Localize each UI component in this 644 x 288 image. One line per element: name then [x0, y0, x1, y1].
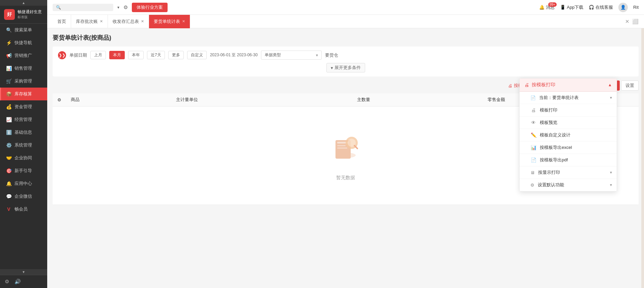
header-search-bar[interactable]: 🔍 [53, 4, 113, 11]
set-default-item[interactable]: ⚙ 设置默认功能 ▾ [520, 179, 617, 191]
date-btn-this-month[interactable]: 本月 [109, 51, 125, 59]
system-icon: ⚙️ [6, 142, 12, 148]
header-gear-icon[interactable]: ⚙ [123, 4, 128, 10]
sidebar-item-basic-label: 基础信息 [14, 129, 32, 135]
app-logo-icon: 好 [4, 9, 15, 20]
right-scrollbar[interactable] [641, 28, 644, 288]
sidebar-item-purchase-label: 采购管理 [14, 78, 32, 84]
app-name: 畅捷通好生意 [18, 9, 42, 15]
filter-bar: ❯❯ 单据日期 上月 本月 本年 近7天 更多 自定义 2023-06-01 至… [53, 46, 639, 76]
notification-btn[interactable]: 🔔 消息 99+ [539, 4, 555, 10]
sidebar-item-vip[interactable]: V 畅会员 [0, 203, 47, 216]
date-filter-label: 单据日期 [69, 52, 87, 58]
sidebar-item-finance[interactable]: 💰 资金管理 [0, 100, 47, 113]
tab-collection-summary[interactable]: 收发存汇总表 ✕ [108, 15, 149, 28]
user-avatar[interactable]: 👤 [618, 3, 628, 12]
sidebar-item-collab-label: 企业协同 [14, 155, 32, 161]
sidebar-item-system[interactable]: ⚙️ 系统管理 [0, 139, 47, 152]
sidebar-item-appstore[interactable]: 🔔 应用中心 [0, 177, 47, 190]
username-label[interactable]: Rit [633, 5, 639, 10]
set-default-icon: ⚙ [530, 183, 534, 188]
notif-badge: 99+ [548, 2, 557, 7]
sidebar-item-sales-label: 销售管理 [14, 65, 32, 71]
online-service-btn[interactable]: 🎧 在线客服 [589, 4, 613, 10]
page-title: 要货单统计表(按商品) [53, 34, 639, 42]
sidebar-item-sales[interactable]: 📊 销售管理 [0, 62, 47, 75]
order-type-label: 单据类型 [265, 52, 281, 58]
sidebar: ▲ 好 畅捷通好生意 标准版 🔍 搜索菜单 ⚡ 快捷导航 📢 营销推广 📊 销售… [0, 0, 47, 288]
basic-icon: ℹ️ [6, 130, 12, 135]
expand-conditions-btn[interactable]: ▾ 展开更多条件 [326, 63, 365, 72]
sidebar-item-basic[interactable]: ℹ️ 基础信息 [0, 126, 47, 139]
sidebar-item-inventory-label: 库存核算 [14, 91, 32, 97]
sidebar-item-wechat[interactable]: 💬 企业微信 [0, 190, 47, 203]
display-print-label: 按显示打印 [538, 169, 560, 175]
template-export-excel-item[interactable]: 📊 按模板导出excel [520, 141, 617, 154]
tab-home-label: 首页 [57, 19, 66, 25]
current-template-item[interactable]: 📄 当前：要货单统计表 ▾ [520, 92, 617, 104]
template-custom-icon: ✏️ [530, 132, 536, 138]
template-custom-item[interactable]: ✏️ 模板自定义设计 [520, 129, 617, 141]
col-settings[interactable]: ⚙ [53, 93, 66, 106]
sidebar-item-search-label: 搜索菜单 [14, 27, 32, 33]
sidebar-item-quick-nav[interactable]: ⚡ 快捷导航 [0, 36, 47, 49]
col-goods: 商品 [66, 93, 171, 106]
filter-expand-btn[interactable]: ❯❯ [58, 51, 66, 59]
tab-inventory-batch-close[interactable]: ✕ [100, 19, 103, 24]
expand-conditions-label: 展开更多条件 [334, 65, 361, 71]
date-btn-this-year[interactable]: 本年 [128, 51, 144, 59]
tab-collection-summary-close[interactable]: ✕ [141, 19, 144, 24]
speaker-icon[interactable]: 🔊 [14, 279, 21, 285]
sidebar-item-search[interactable]: 🔍 搜索菜单 [0, 24, 47, 36]
current-template-left: 📄 当前：要货单统计表 [530, 95, 579, 101]
order-type-select[interactable]: 单据类型 ▾ [261, 51, 322, 60]
template-preview-item[interactable]: 👁 模板预览 [520, 117, 617, 129]
sidebar-item-quick-nav-label: 快捷导航 [14, 40, 32, 46]
app-download-btn[interactable]: 📱 App下载 [560, 4, 583, 10]
purchase-icon: 🛒 [6, 78, 12, 84]
tab-inventory-batch[interactable]: 库存批次账 ✕ [71, 15, 108, 28]
app-version: 标准版 [18, 15, 42, 20]
settings-toolbar-btn[interactable]: 设置 [621, 81, 639, 91]
date-btn-prev-month[interactable]: 上月 [90, 51, 106, 59]
display-print-item[interactable]: 🖥 按显示打印 ▾ [520, 166, 617, 179]
sidebar-item-newbie[interactable]: 🎯 新手引导 [0, 164, 47, 177]
template-print-item[interactable]: 🖨 模板打印 [520, 104, 617, 117]
col-unit: 主计量单位 [171, 93, 352, 106]
sidebar-item-inventory[interactable]: 📦 库存核算 [0, 88, 47, 100]
collab-icon: 🤝 [6, 155, 12, 161]
service-label: 在线客服 [595, 4, 613, 10]
date-btn-custom[interactable]: 自定义 [187, 51, 207, 59]
service-icon: 🎧 [589, 5, 594, 10]
date-btn-last7[interactable]: 近7天 [147, 51, 165, 59]
print-dropdown-panel: 🖨 按模板打印 ▲ 📄 当前：要货单统计表 ▾ 🖨 模板打印 👁 模板预览 [519, 78, 617, 192]
sidebar-item-collab[interactable]: 🤝 企业协同 [0, 152, 47, 164]
current-template-icon: 📄 [530, 95, 536, 100]
date-btn-more[interactable]: 更多 [168, 51, 184, 59]
appstore-icon: 🔔 [6, 181, 12, 186]
print-dropdown-header[interactable]: 🖨 按模板打印 ▲ [520, 78, 617, 92]
wechat-icon: 💬 [6, 194, 12, 199]
sidebar-item-marketing[interactable]: 📢 营销推广 [0, 49, 47, 62]
excel-export-icon: 📊 [530, 145, 536, 150]
sidebar-item-purchase[interactable]: 🛒 采购管理 [0, 75, 47, 88]
settings-icon[interactable]: ⚙ [5, 279, 9, 285]
template-export-excel-label: 按模板导出excel [540, 145, 572, 151]
main-area: 🔍 ▾ ⚙ 体验行业方案 🔔 消息 99+ 📱 App下载 🎧 在线客服 👤 [47, 0, 644, 288]
quick-nav-icon: ⚡ [6, 40, 12, 45]
trial-btn[interactable]: 体验行业方案 [132, 3, 168, 12]
header-dropdown-arrow[interactable]: ▾ [117, 5, 119, 10]
sidebar-item-operation[interactable]: 📈 经营管理 [0, 113, 47, 126]
sidebar-scroll-down[interactable]: ▼ [0, 269, 47, 275]
tab-order-stats[interactable]: 要货单统计表 ✕ [149, 15, 190, 28]
template-preview-label: 模板预览 [540, 120, 557, 126]
sidebar-item-finance-label: 资金管理 [14, 104, 32, 110]
template-export-pdf-item[interactable]: 📄 按模板导出pdf [520, 154, 617, 166]
tab-home[interactable]: 首页 [53, 15, 71, 28]
tab-bar: 首页 库存批次账 ✕ 收发存汇总表 ✕ 要货单统计表 ✕ ✕ ⬜ [47, 15, 644, 28]
svg-rect-3 [337, 145, 346, 146]
window-maximize-btn[interactable]: ⬜ [632, 19, 639, 25]
sidebar-scroll-up[interactable]: ▲ [0, 0, 47, 6]
tab-order-stats-close[interactable]: ✕ [182, 19, 185, 24]
window-close-btn[interactable]: ✕ [625, 19, 630, 25]
